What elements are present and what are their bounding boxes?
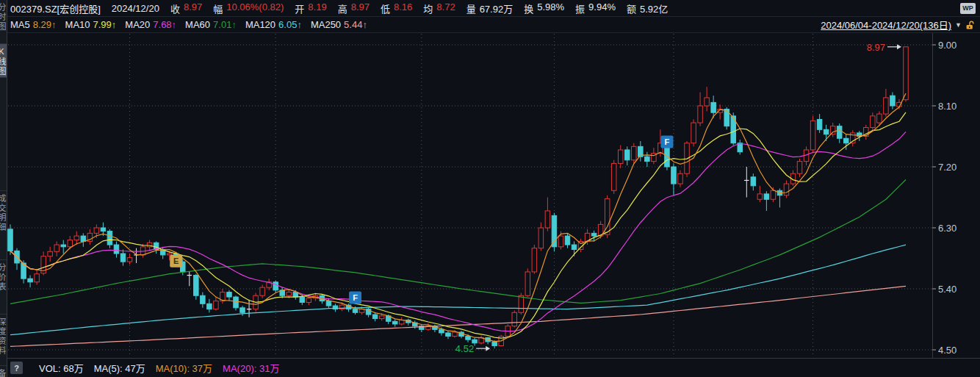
header-field: 换5.98% [524,1,564,15]
ma-name: MA5 [10,19,30,30]
svg-text:E: E [173,256,179,265]
header-field-value: 5.92亿 [640,1,668,15]
header-field-label: 额 [627,1,636,15]
header-field-value: 8.19 [308,1,326,15]
svg-text:F: F [665,137,670,146]
header-field: 振9.94% [575,1,616,15]
svg-text:F: F [353,293,358,302]
ma-value: 6.05↑ [278,19,302,30]
volume-legend-item: MA(20): 31万 [223,361,279,375]
header-field-label: 换 [524,1,533,15]
header-field: 收8.97 [170,1,202,15]
header-field-label: 幅 [213,1,223,15]
event-marker-E[interactable]: E [170,255,182,268]
ma-name: MA60 [185,19,210,30]
ma-legend-item: MA2505.44↑ [311,19,367,30]
ma-name: MA250 [311,19,341,30]
header-field: 低8.16 [381,1,412,15]
trade-date: 2024/12/20 [112,3,159,14]
header-field: 均8.72 [423,1,455,15]
sidebar-tab-备忘[interactable]: 备忘 [0,366,7,377]
header-field: 量67.92万 [466,1,514,15]
wp-monitor-icon[interactable]: WP [960,3,976,14]
header-field: 幅10.06%(0.82) [213,1,284,15]
volume-legend-item: MA(5): 47万 [94,361,145,375]
event-marker-F[interactable]: F [349,291,361,304]
price-annotation-4.52: 4.52 [455,343,490,354]
stock-info-bar: 002379.SZ[宏创控股] 2024/12/20 收8.97幅10.06%(… [7,0,980,17]
unlock-icon[interactable] [965,20,976,30]
ma-legend-item: MA107.99↑ [65,19,117,30]
sidebar-tab-label: 备忘 [0,366,7,377]
sidebar-tab-label: 深度资料 [0,315,7,356]
candles [8,47,909,348]
header-field-label: 均 [423,1,433,15]
header-field-value: 8.97 [351,1,370,15]
sidebar-tab-label: 分价表 [0,260,7,292]
chevron-down-icon[interactable]: ▼ [955,21,962,29]
ma5-line [10,93,906,342]
header-field-label: 开 [295,1,304,15]
ma-items: MA58.29↑MA107.99↑MA207.68↑MA607.01↑MA120… [10,19,367,30]
range-controls: 2024/06/04-2024/12/20(136日) ▼ [821,18,980,32]
volume-legend-item: VOL: 68万 [39,361,84,375]
svg-text:4.52: 4.52 [455,343,474,354]
volume-label-bar: ? VOL: 68万MA(5): 47万MA(10): 37万MA(20): 3… [7,359,980,377]
ma-value: 7.99↑ [93,19,117,30]
ma-value: 5.44↑ [344,19,367,30]
header-fields: 收8.97幅10.06%(0.82)开8.19高8.97低8.16均8.72量6… [170,1,668,15]
volume-items: VOL: 68万MA(5): 47万MA(10): 37万MA(20): 31万 [39,361,279,375]
header-field-label: 高 [338,1,347,15]
header-field-label: 振 [575,1,585,15]
price-axis-label: 9.00 [938,40,956,51]
header-field-label: 低 [381,1,390,15]
ma-value: 8.29↑ [33,19,57,30]
ma-name: MA20 [125,19,150,30]
price-axis-label: 4.50 [938,345,956,356]
ma250-line [10,286,906,346]
ma-legend-item: MA207.68↑ [125,19,176,30]
header-field-value: 8.97 [184,1,202,15]
header-field-value: 8.16 [394,1,412,15]
ma-value: 7.01↑ [213,19,237,30]
sidebar-tab-深度资料[interactable]: 深度资料 [0,315,7,366]
sidebar-tab-分价表[interactable]: 分价表 [0,260,7,315]
svg-text:8.97: 8.97 [867,42,885,53]
header-field-value: 9.94% [588,1,616,15]
grid-lines [8,34,932,357]
sidebar-tab-分时图[interactable]: 分时图 [0,0,7,44]
volume-legend-item: MA(10): 37万 [156,361,212,375]
stock-chart-window: EFF8.974.529.008.107.206.305.404.50 0023… [0,0,980,377]
header-field: 高8.97 [338,1,370,15]
sidebar-tab-K线图[interactable]: K线图 [0,44,7,78]
header-field-value: 8.72 [436,1,455,15]
price-axis-label: 5.40 [938,284,956,295]
header-field: 开8.19 [295,1,326,15]
header-field-label: 收 [170,1,180,15]
date-range-link[interactable]: 2024/06/04-2024/12/20(136日) [821,18,951,32]
sidebar-tab-label: 分时图 [0,0,7,32]
sidebar-tab-blank[interactable] [0,78,7,191]
left-tab-strip: 分时图K线图成交明细分价表深度资料备忘 [0,0,7,377]
ma-name: MA120 [245,19,275,30]
header-field-label: 量 [466,1,476,15]
ma-legend-item: MA607.01↑ [185,19,237,30]
ma-legend-item: MA58.29↑ [10,19,57,30]
ma-values-bar: MA58.29↑MA107.99↑MA207.68↑MA607.01↑MA120… [7,17,980,33]
header-field-value: 5.98% [537,1,564,15]
help-icon[interactable]: ? [10,362,23,374]
sidebar-tab-label: K线图 [0,44,7,76]
header-field-value: 10.06%(0.82) [226,1,284,15]
header-field-value: 67.92万 [480,1,514,15]
price-axis-label: 7.20 [938,162,956,173]
sidebar-tab-成交明细[interactable]: 成交明细 [0,191,7,260]
ma-name: MA10 [65,19,90,30]
ma10-line [10,112,906,338]
price-annotation-8.97: 8.97 [867,42,901,53]
price-axis: 9.008.107.206.305.404.50 [932,33,956,377]
event-marker-F[interactable]: F [660,135,673,148]
sidebar-tab-label: 成交明细 [0,191,7,232]
kline-chart-canvas[interactable]: EFF8.974.529.008.107.206.305.404.50 [0,0,980,377]
price-axis-label: 6.30 [938,223,956,234]
ma-value: 7.68↑ [153,19,176,30]
